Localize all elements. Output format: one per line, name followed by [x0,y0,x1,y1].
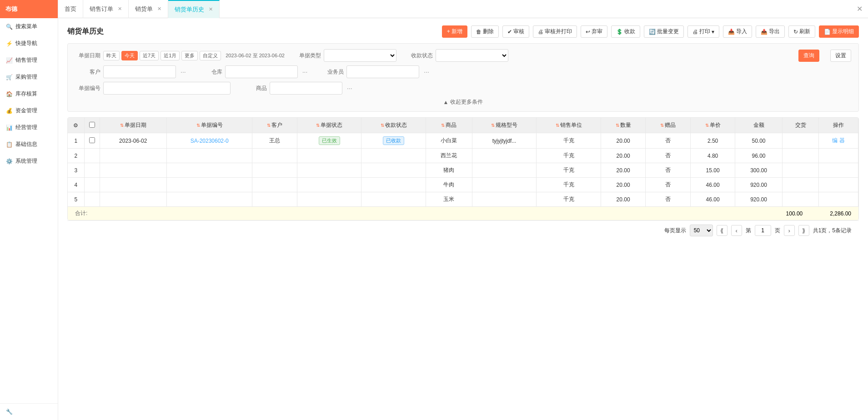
audit-print-button[interactable]: 🖨 审核并打印 [533,25,577,38]
tab-home[interactable]: 首页 [58,0,83,18]
select-all-checkbox[interactable] [89,122,95,128]
date-btn-7days[interactable]: 近7天 [140,51,159,60]
staff-ellipsis-btn[interactable]: ··· [424,68,429,75]
cell-spec [472,178,537,192]
tab-sales-order-close[interactable]: ✕ [118,6,122,12]
date-btn-custom[interactable]: 自定义 [200,51,221,60]
col-qty[interactable]: ⇅数量 [601,118,646,133]
sidebar-item-purchase-mgmt[interactable]: 🛒 采购管理 [0,69,58,85]
table-footer: 合计: 100.00 2,286.00 [68,206,858,220]
page-number-input[interactable] [755,225,771,236]
page-label-prefix: 第 [746,227,751,235]
cell-action [819,163,858,178]
last-page-button[interactable]: ⟫ [798,225,809,236]
import-button[interactable]: 📥 导入 [723,25,752,38]
col-unit-price[interactable]: ⇅单价 [690,118,735,133]
filter-customer-input[interactable] [103,65,176,78]
table-header-row: ⚙ ⇅单据日期 ⇅单据编号 ⇅客户 ⇅单据状态 ⇅收款状态 ⇅商品 ⇅规格型号 … [68,118,858,133]
audit-button[interactable]: ✔ 审核 [502,25,529,38]
cell-gift: 否 [646,133,691,149]
refresh-button[interactable]: ↻ 刷新 [788,25,815,38]
col-sales-unit[interactable]: ⇅销售单位 [537,118,601,133]
first-page-button[interactable]: ⟪ [717,225,728,236]
cell-doc-status [297,149,361,163]
audit-label: 审核 [513,28,524,35]
tab-sales-goods[interactable]: 销货单 ✕ [129,0,168,18]
sidebar-item-sales-mgmt[interactable]: 📈 销售管理 [0,52,58,69]
col-gift[interactable]: ⇅赠品 [646,118,691,133]
filter-warehouse-label: 仓库 [197,68,222,76]
sort-qty-icon: ⇅ [616,123,619,128]
sidebar-item-settings[interactable]: 🔧 [0,404,58,420]
settings-button[interactable]: 设置 [830,50,851,62]
goods-ellipsis-btn[interactable]: ··· [347,85,352,92]
show-detail-button[interactable]: 📄 显示明细 [819,25,859,38]
operations-icon: 📊 [5,124,13,131]
sidebar-item-operations[interactable]: 📊 经营管理 [0,119,58,136]
sort-goods-icon: ⇅ [441,123,445,128]
table-row: 3 猪肉 千克 20.00 否 15.00 300.00 [68,163,858,178]
col-goods[interactable]: ⇅商品 [426,118,472,133]
abandon-button[interactable]: ↩ 弃审 [581,25,607,38]
doc-no-link[interactable]: SA-20230602-0 [191,138,229,144]
col-doc-date[interactable]: ⇅单据日期 [100,118,167,133]
import-icon: 📥 [728,29,735,35]
sidebar-item-search-menu[interactable]: 🔍 搜索菜单 [0,18,58,35]
filter-doc-type-select[interactable] [324,49,396,62]
sort-doc-no-icon: ⇅ [196,123,200,128]
warehouse-ellipsis-btn[interactable]: ··· [302,68,308,75]
new-button[interactable]: + 新增 [442,25,467,38]
sidebar-item-basic-info[interactable]: 📋 基础信息 [0,136,58,153]
col-spec[interactable]: ⇅规格型号 [472,118,537,133]
cell-doc-no [167,178,252,192]
query-button[interactable]: 查询 [798,50,819,62]
page-size-label: 每页显示 [664,227,686,235]
col-settings[interactable]: ⚙ [68,118,84,133]
tab-close-all-button[interactable]: ✕ [851,5,868,13]
filter-staff-input[interactable] [346,65,419,78]
cell-row-no: 1 [68,133,84,149]
sidebar-item-finance[interactable]: 💰 资金管理 [0,102,58,119]
cell-spec [472,163,537,178]
customer-ellipsis-btn[interactable]: ··· [181,68,186,75]
batch-change-button[interactable]: 🔄 批量变更 [644,25,684,38]
tab-sales-history-close[interactable]: ✕ [209,6,213,12]
filter-doc-no-input[interactable] [103,82,231,95]
abandon-icon: ↩ [586,29,590,35]
more-link[interactable]: 器 [839,137,845,144]
edit-link[interactable]: 编 [832,137,838,144]
sidebar-item-quick-nav[interactable]: ⚡ 快捷导航 [0,35,58,52]
cell-gift: 否 [646,149,691,163]
page-size-select[interactable]: 50 100 200 [690,225,713,236]
collapse-button[interactable]: ▲ 收起更多条件 [75,98,851,106]
export-button[interactable]: 📤 导出 [756,25,785,38]
print-button[interactable]: 🖨 打印 ▾ [687,25,719,38]
collect-button[interactable]: 💲 收款 [611,25,640,38]
filter-collect-status-select[interactable] [436,49,508,62]
date-btn-more[interactable]: 更多 [181,51,198,60]
col-doc-no[interactable]: ⇅单据编号 [167,118,252,133]
sidebar-item-inventory[interactable]: 🏠 库存核算 [0,85,58,102]
summary-label: 合计: [75,210,93,217]
col-collect-status[interactable]: ⇅收款状态 [361,118,426,133]
col-customer[interactable]: ⇅客户 [252,118,297,133]
prev-page-button[interactable]: ‹ [731,225,742,236]
sidebar-item-sys-mgmt[interactable]: ⚙️ 系统管理 [0,153,58,170]
doc-status-badge: 已生效 [319,136,340,145]
print-icon: 🖨 [692,29,698,35]
filter-staff-item: 业务员 ··· [318,65,429,78]
next-page-button[interactable]: › [784,225,795,236]
col-doc-status[interactable]: ⇅单据状态 [297,118,361,133]
collect-icon: 💲 [616,29,623,35]
tab-sales-history[interactable]: 销货单历史 ✕ [168,0,220,18]
delete-button[interactable]: 🗑 删除 [471,25,499,38]
filter-warehouse-input[interactable] [225,65,298,78]
date-btn-yesterday[interactable]: 昨天 [103,51,120,60]
tab-sales-order[interactable]: 销售订单 ✕ [83,0,129,18]
row-checkbox[interactable] [89,137,95,143]
date-btn-1month[interactable]: 近1月 [161,51,180,60]
date-btn-today[interactable]: 今天 [121,51,138,60]
tab-sales-goods-close[interactable]: ✕ [157,6,161,12]
filter-area: 单据日期 昨天 今天 近7天 近1月 更多 自定义 2023-06-02 至 2… [67,43,859,112]
filter-goods-input[interactable] [270,82,342,95]
